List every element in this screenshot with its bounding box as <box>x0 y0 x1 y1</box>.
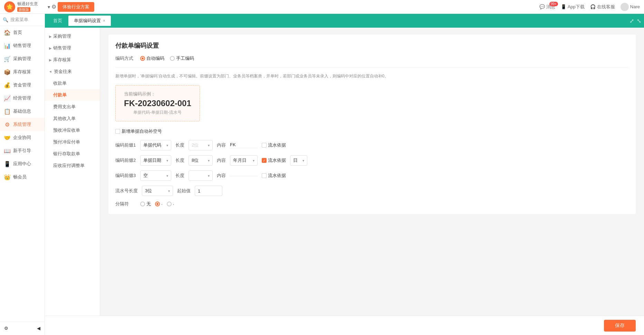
tab-current[interactable]: 单据编码设置 × <box>68 16 111 26</box>
collapse-icon[interactable]: ◀ <box>37 326 40 331</box>
message-btn[interactable]: 💬 消息 99+ <box>539 4 555 10</box>
radio-manual[interactable]: 手工编码 <box>170 55 194 62</box>
preview-label: 当前编码示例： <box>124 91 191 97</box>
sidebar-item-enterprise[interactable]: 🤝 企业协同 <box>0 131 45 144</box>
page-title: 付款单编码设置 <box>115 41 629 50</box>
radio-separator-dot[interactable]: · <box>155 202 163 207</box>
prefix-select-3[interactable]: 空 ▾ <box>140 170 171 181</box>
sidebar-item-operations[interactable]: 📈 经营管理 <box>0 92 45 105</box>
nav-dropdown-btn[interactable]: ▾ <box>48 4 50 10</box>
radio-separator-dot2[interactable]: · <box>167 202 174 207</box>
stream-checkbox-3[interactable] <box>262 173 267 178</box>
prefix-label-1: 编码前缀1 <box>115 142 136 148</box>
user-profile-btn[interactable]: Nare <box>621 3 640 11</box>
encode-radio-group: 自动编码 手工编码 <box>140 55 194 62</box>
sub-item-payment[interactable]: 付款单 <box>45 89 100 101</box>
start-value-input[interactable] <box>195 186 222 196</box>
content-value-3 <box>230 175 258 176</box>
sidebar-item-purchase[interactable]: 🛒 采购管理 <box>0 52 45 65</box>
tab-expand-btn[interactable]: ⤢ <box>629 18 634 24</box>
prefix-label-3: 编码前缀3 <box>115 173 136 179</box>
sidebar-item-sales[interactable]: 📊 销售管理 <box>0 39 45 52</box>
sub-item-expense[interactable]: 费用支出单 <box>45 101 100 113</box>
content-select-2[interactable]: 年月日 ▾ <box>230 155 258 166</box>
sub-item-receipt[interactable]: 收款单 <box>45 77 100 89</box>
length-select-1[interactable]: 2位 ▾ <box>189 140 213 150</box>
sidebar-item-basic[interactable]: 📋 基础信息 <box>0 105 45 118</box>
topbar-right: 💬 消息 99+ 📱 App下载 🎧 在线客服 Nare <box>539 3 640 11</box>
sidebar-item-finance[interactable]: 💰 资金管理 <box>0 78 45 92</box>
length-select-2[interactable]: 8位 ▾ <box>189 155 213 166</box>
sub-group-inventory[interactable]: ▶ 库存核算 <box>45 54 100 66</box>
topbar-nav: ▾ ⚙ 体验行业方案 <box>48 2 94 12</box>
stream-label-3: 流水依据 <box>268 173 286 179</box>
sub-item-other-income[interactable]: 其他收入单 <box>45 113 100 124</box>
sub-item-prepay-receive[interactable]: 预收冲应收单 <box>45 124 100 136</box>
sub-group-purchase[interactable]: ▶ 采购管理 <box>45 30 100 42</box>
sub-sidebar: ▶ 采购管理 ▶ 销售管理 ▶ 库存核算 ▼ 资金往来 收款单 付款单 费用支出… <box>45 28 100 316</box>
stream-check-1[interactable]: 流水依据 <box>262 142 286 148</box>
sidebar-item-guide[interactable]: 📖 新手引导 <box>0 144 45 157</box>
radio-separator-none[interactable]: 无 <box>140 201 151 207</box>
sub-item-bank[interactable]: 银行存取款单 <box>45 148 100 160</box>
stream-period-select[interactable]: 日 ▾ <box>290 155 307 166</box>
settings-bottom-icon[interactable]: ⚙ <box>4 326 8 331</box>
operations-icon: 📈 <box>4 95 10 101</box>
inventory-icon: 📦 <box>4 69 10 75</box>
sub-item-prepay-pay[interactable]: 预付冲应付单 <box>45 136 100 148</box>
home-icon: 🏠 <box>4 29 10 36</box>
app-download-label: App下载 <box>568 4 585 10</box>
online-service-btn[interactable]: 🎧 在线客服 <box>590 4 615 10</box>
length-select-3[interactable]: ▾ <box>189 170 213 181</box>
search-icon: 🔍 <box>3 17 8 22</box>
chevron-down-icon-7: ▾ <box>166 174 168 178</box>
prefix-select-2[interactable]: 单据日期 ▾ <box>140 155 171 166</box>
stream-label-2: 流水依据 <box>268 157 286 164</box>
encode-method-label: 编码方式 <box>115 55 133 62</box>
tab-close-icon[interactable]: × <box>103 18 105 23</box>
stream-checkbox-1[interactable] <box>262 143 267 148</box>
content-value-1: FK <box>230 142 258 148</box>
app-download-btn[interactable]: 📱 App下载 <box>561 4 585 10</box>
sub-item-adjust[interactable]: 应收应付调整单 <box>45 160 100 171</box>
serial-length-label: 流水号长度 <box>115 188 138 194</box>
basic-icon: 📋 <box>4 108 10 114</box>
message-badge: 99+ <box>549 2 558 6</box>
chevron-down-icon-2: ▾ <box>208 143 210 147</box>
settings-btn[interactable]: ⚙ <box>51 3 56 10</box>
serial-length-select[interactable]: 3位 ▾ <box>142 186 173 196</box>
stream-check-2[interactable]: ✓ 流水依据 <box>262 157 286 164</box>
chevron-down-icon: ▾ <box>166 143 168 147</box>
radio-auto[interactable]: 自动编码 <box>140 55 164 62</box>
sub-group-finance[interactable]: ▼ 资金往来 <box>45 66 100 77</box>
radio-none-dot <box>140 202 145 206</box>
logo: 🌟 畅通好生意 旗舰版 <box>4 1 38 12</box>
tab-fullscreen-btn[interactable]: ⤡ <box>637 18 641 24</box>
sidebar-item-system[interactable]: ⚙ 系统管理 <box>0 118 45 131</box>
content-label-3: 内容 <box>217 173 226 179</box>
auto-fill-checkbox[interactable] <box>115 129 120 134</box>
serial-row: 流水号长度 3位 ▾ 起始值 <box>115 186 629 196</box>
sidebar-search[interactable]: 🔍 搜索菜单 <box>0 14 45 26</box>
sidebar-item-inventory[interactable]: 📦 库存核算 <box>0 65 45 78</box>
search-label: 搜索菜单 <box>10 17 28 23</box>
save-button[interactable]: 保存 <box>604 320 636 332</box>
chevron-down-icon-8: ▾ <box>208 174 210 178</box>
sidebar-item-label: 企业协同 <box>13 134 31 141</box>
sidebar-item-member[interactable]: 👑 畅会员 <box>0 170 45 184</box>
tab-home[interactable]: 首页 <box>48 16 68 26</box>
stream-checkbox-2[interactable]: ✓ <box>262 158 267 163</box>
sidebar-item-apps[interactable]: 📱 应用中心 <box>0 157 45 170</box>
preview-code: FK-20230602-001 <box>124 99 191 108</box>
sub-group-sales[interactable]: ▶ 销售管理 <box>45 42 100 54</box>
trial-btn[interactable]: 体验行业方案 <box>58 2 94 12</box>
enterprise-icon: 🤝 <box>4 134 10 141</box>
prefix-select-1[interactable]: 单据代码 ▾ <box>140 140 171 150</box>
guide-icon: 📖 <box>4 148 10 154</box>
sidebar-item-label: 应用中心 <box>13 161 31 167</box>
logo-icon: 🌟 <box>4 1 15 12</box>
auto-fill-row[interactable]: 新增单据自动补空号 <box>115 128 629 134</box>
length-label-1: 长度 <box>175 142 184 148</box>
stream-check-3[interactable]: 流水依据 <box>262 173 286 179</box>
sidebar-item-home[interactable]: 🏠 首页 <box>0 26 45 39</box>
